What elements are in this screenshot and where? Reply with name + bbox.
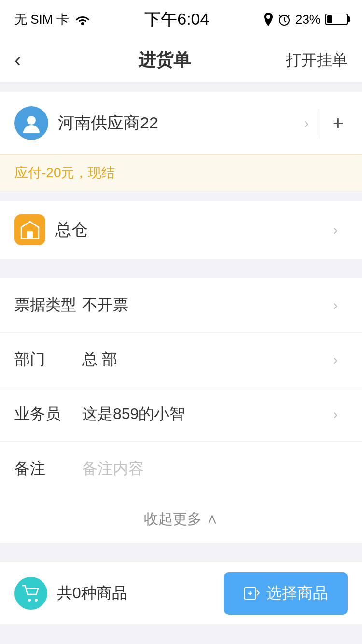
bill-type-value: 不开票 xyxy=(82,294,333,316)
person-icon xyxy=(21,113,42,133)
notice-banner: 应付-20元，现结 xyxy=(0,154,362,191)
nav-bar: ‹ 进货单 打开挂单 xyxy=(0,39,362,82)
svg-point-4 xyxy=(35,599,38,602)
wifi-icon xyxy=(75,14,90,25)
select-product-label: 选择商品 xyxy=(266,583,328,604)
product-count: 共0种商品 xyxy=(57,583,224,604)
salesman-row[interactable]: 业务员 这是859的小智 › xyxy=(0,387,362,442)
select-product-icon xyxy=(243,586,261,601)
collapse-label: 收起更多 ∧ xyxy=(144,509,218,529)
warehouse-icon-wrap xyxy=(14,214,45,245)
svg-point-1 xyxy=(27,116,36,125)
bottom-bar: 共0种商品 选择商品 xyxy=(0,562,362,624)
warehouse-section: 总仓 › xyxy=(0,201,362,259)
mid-divider2 xyxy=(0,259,362,268)
warehouse-row[interactable]: 总仓 › xyxy=(0,201,362,259)
supplier-name[interactable]: 河南供应商22 xyxy=(58,112,304,134)
status-left: 无 SIM 卡 xyxy=(14,11,90,28)
bill-type-label: 票据类型 xyxy=(14,294,82,316)
mid-divider1 xyxy=(0,191,362,201)
collapse-row[interactable]: 收起更多 ∧ xyxy=(0,496,362,543)
supplier-avatar xyxy=(14,106,48,140)
svg-point-3 xyxy=(28,599,31,602)
status-right: 23% xyxy=(264,12,348,27)
warehouse-chevron-icon: › xyxy=(333,222,338,238)
page-rest xyxy=(0,624,362,644)
select-product-button[interactable]: 选择商品 xyxy=(224,572,348,615)
cart-icon xyxy=(21,585,41,602)
warehouse-icon xyxy=(20,221,40,239)
supplier-chevron-icon: › xyxy=(304,115,309,131)
form-section: 票据类型 不开票 › 部门 总 部 › 业务员 这是859的小智 › 备注 备注… xyxy=(0,278,362,496)
dept-value: 总 部 xyxy=(82,349,333,370)
back-button[interactable]: ‹ xyxy=(14,49,43,71)
salesman-value: 这是859的小智 xyxy=(82,404,333,425)
add-supplier-button[interactable]: + xyxy=(319,109,348,138)
location-icon xyxy=(264,13,273,26)
status-time: 下午6:04 xyxy=(144,8,209,30)
alarm-icon xyxy=(278,13,291,26)
page-title: 进货单 xyxy=(139,48,191,72)
svg-rect-2 xyxy=(27,231,33,239)
bottom-divider xyxy=(0,543,362,552)
dept-label: 部门 xyxy=(14,349,82,370)
open-pending-button[interactable]: 打开挂单 xyxy=(286,50,348,71)
dept-chevron-icon: › xyxy=(333,351,338,368)
remark-row[interactable]: 备注 备注内容 xyxy=(0,442,362,496)
battery-icon xyxy=(325,14,348,25)
status-bar: 无 SIM 卡 下午6:04 23% xyxy=(0,0,362,39)
warehouse-label: 总仓 xyxy=(55,219,333,241)
product-icon-wrap xyxy=(14,577,47,610)
salesman-chevron-icon: › xyxy=(333,406,338,422)
top-divider xyxy=(0,82,362,92)
bill-type-row[interactable]: 票据类型 不开票 › xyxy=(0,278,362,333)
carrier-label: 无 SIM 卡 xyxy=(14,11,69,28)
salesman-label: 业务员 xyxy=(14,404,82,425)
dept-row[interactable]: 部门 总 部 › xyxy=(0,333,362,387)
remark-input[interactable]: 备注内容 xyxy=(82,458,348,479)
bill-type-chevron-icon: › xyxy=(333,297,338,313)
remark-label: 备注 xyxy=(14,458,82,479)
notice-text: 应付-20元，现结 xyxy=(14,165,115,180)
battery-percent: 23% xyxy=(295,12,320,27)
supplier-section: 河南供应商22 › + 应付-20元，现结 xyxy=(0,92,362,191)
supplier-row: 河南供应商22 › + xyxy=(0,92,362,154)
